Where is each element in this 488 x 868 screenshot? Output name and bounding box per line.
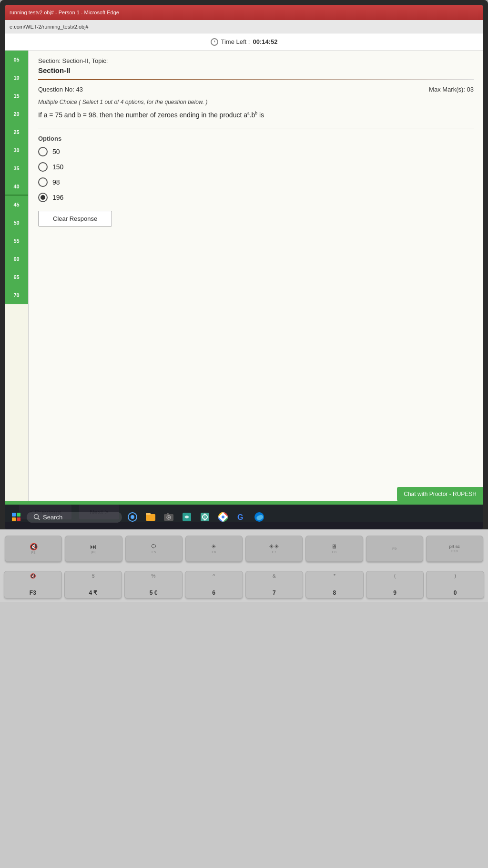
key-f8[interactable]: 🖥 F8 bbox=[305, 536, 363, 562]
key-4[interactable]: $ 4 ₹ bbox=[64, 571, 122, 599]
browser-urlbar: e.com/WET-2/running_testv2.obj# bbox=[5, 20, 483, 33]
option-text-50: 50 bbox=[52, 148, 60, 155]
question-sidebar: 05 10 15 20 25 30 35 40 45 50 55 60 65 7… bbox=[5, 51, 29, 501]
option-text-150: 150 bbox=[52, 163, 63, 171]
main-content-area: 05 10 15 20 25 30 35 40 45 50 55 60 65 7… bbox=[5, 51, 483, 501]
key-f5[interactable]: 🌣 F5 bbox=[125, 536, 183, 562]
radio-196[interactable] bbox=[38, 193, 48, 202]
key-7[interactable]: & 7 bbox=[245, 571, 304, 599]
windows-taskbar: Search bbox=[5, 505, 483, 529]
taskbar-search-box[interactable]: Search bbox=[27, 512, 122, 523]
timer-icon bbox=[211, 38, 218, 46]
sidebar-item[interactable]: 70 bbox=[5, 286, 28, 304]
key-8[interactable]: * 8 bbox=[305, 571, 364, 599]
option-150[interactable]: 150 bbox=[38, 162, 474, 172]
sidebar-item[interactable]: 40 bbox=[5, 177, 28, 196]
timer-value: 00:14:52 bbox=[253, 38, 277, 45]
key-f7[interactable]: ☀☀ F7 bbox=[245, 536, 303, 562]
taskbar-icon-app6[interactable] bbox=[197, 509, 213, 525]
browser-url: e.com/WET-2/running_testv2.obj# bbox=[10, 24, 89, 30]
sidebar-item[interactable]: 60 bbox=[5, 250, 28, 268]
max-marks: Max Mark(s): 03 bbox=[429, 86, 474, 93]
svg-rect-6 bbox=[146, 514, 155, 521]
browser-titlebar: running testv2.obj# - Person 1 - Microso… bbox=[5, 5, 483, 20]
radio-196-fill bbox=[41, 195, 45, 200]
sidebar-item[interactable]: 10 bbox=[5, 69, 28, 87]
taskbar-icon-google[interactable]: G bbox=[234, 509, 249, 525]
svg-line-3 bbox=[38, 518, 40, 520]
question-meta: Question No: 43 Max Mark(s): 03 bbox=[38, 86, 474, 93]
key-6[interactable]: ^ 6 bbox=[185, 571, 243, 599]
option-196[interactable]: 196 bbox=[38, 193, 474, 202]
options-divider bbox=[38, 128, 474, 128]
content-panel: Section: Section-II, Topic: Section-II Q… bbox=[29, 51, 483, 501]
question-type: Multiple Choice ( Select 1 out of 4 opti… bbox=[38, 99, 474, 105]
svg-point-10 bbox=[168, 517, 170, 518]
radio-50[interactable] bbox=[38, 147, 48, 156]
option-50[interactable]: 50 bbox=[38, 147, 474, 156]
radio-98[interactable] bbox=[38, 177, 48, 187]
number-key-row: 🔇 F3 $ 4 ₹ % 5 € ^ 6 & 7 * 8 ( 9 ) 0 bbox=[0, 568, 488, 602]
sidebar-item[interactable]: 05 bbox=[5, 51, 28, 69]
svg-text:G: G bbox=[237, 513, 243, 521]
option-text-196: 196 bbox=[52, 194, 63, 201]
svg-point-18 bbox=[222, 516, 224, 518]
svg-point-5 bbox=[131, 515, 134, 519]
timer-label: Time Left : bbox=[221, 38, 250, 45]
clear-response-button[interactable]: Clear Response bbox=[38, 211, 112, 227]
section-divider bbox=[38, 79, 474, 80]
key-0[interactable]: ) 0 bbox=[426, 571, 484, 599]
taskbar-icon-app5[interactable] bbox=[179, 509, 194, 525]
key-f4[interactable]: ⏭ F4 bbox=[65, 536, 122, 562]
options-label: Options bbox=[38, 135, 474, 142]
sidebar-item[interactable]: 15 bbox=[5, 87, 28, 105]
section-header: Section: Section-II, Topic: bbox=[38, 57, 474, 64]
chat-button[interactable]: Chat with Proctor - RUPESH bbox=[397, 487, 483, 501]
radio-150[interactable] bbox=[38, 162, 48, 172]
svg-point-2 bbox=[34, 515, 39, 519]
question-number: Question No: 43 bbox=[38, 86, 83, 93]
laptop-keyboard: 🔇 F3 ⏭ F4 🌣 F5 ☀ F6 ☀☀ F7 🖥 F8 F9 prt sc bbox=[0, 529, 488, 868]
svg-rect-7 bbox=[146, 513, 151, 515]
browser-title: running testv2.obj# - Person 1 - Microso… bbox=[10, 10, 119, 15]
key-f6[interactable]: ☀ F6 bbox=[185, 536, 243, 562]
key-f9[interactable]: F9 bbox=[366, 536, 423, 562]
option-text-98: 98 bbox=[52, 178, 60, 186]
key-9[interactable]: ( 9 bbox=[366, 571, 424, 599]
taskbar-search-text: Search bbox=[43, 514, 62, 521]
section-title: Section-II bbox=[38, 66, 474, 74]
svg-rect-11 bbox=[167, 513, 169, 515]
option-98[interactable]: 98 bbox=[38, 177, 474, 187]
sidebar-item[interactable]: 50 bbox=[5, 214, 28, 232]
key-5[interactable]: % 5 € bbox=[124, 571, 183, 599]
sidebar-item[interactable]: 65 bbox=[5, 268, 28, 286]
question-text: If a = 75 and b = 98, then the number of… bbox=[38, 110, 474, 120]
taskbar-icon-cortana[interactable] bbox=[125, 509, 140, 525]
key-f3[interactable]: 🔇 F3 bbox=[5, 536, 62, 562]
sidebar-item[interactable]: 20 bbox=[5, 105, 28, 123]
taskbar-icon-chrome[interactable] bbox=[215, 509, 231, 525]
sidebar-item[interactable]: 25 bbox=[5, 123, 28, 141]
sidebar-item-selected[interactable]: 45 bbox=[5, 196, 28, 214]
taskbar-icon-edge[interactable] bbox=[252, 509, 267, 525]
sidebar-item[interactable]: 30 bbox=[5, 141, 28, 159]
key-f10[interactable]: prt sc F10 bbox=[426, 536, 483, 562]
windows-logo bbox=[12, 513, 20, 521]
taskbar-icon-file-explorer[interactable] bbox=[143, 509, 158, 525]
taskbar-icon-camera[interactable] bbox=[161, 509, 176, 525]
windows-start-button[interactable] bbox=[9, 509, 24, 525]
timer-bar: Time Left : 00:14:52 bbox=[5, 33, 483, 51]
search-icon bbox=[33, 514, 40, 520]
sidebar-item[interactable]: 35 bbox=[5, 159, 28, 177]
fn-key-row: 🔇 F3 ⏭ F4 🌣 F5 ☀ F6 ☀☀ F7 🖥 F8 F9 prt sc bbox=[0, 529, 488, 568]
sidebar-item[interactable]: 55 bbox=[5, 232, 28, 250]
key-mute[interactable]: 🔇 F3 bbox=[4, 571, 62, 599]
